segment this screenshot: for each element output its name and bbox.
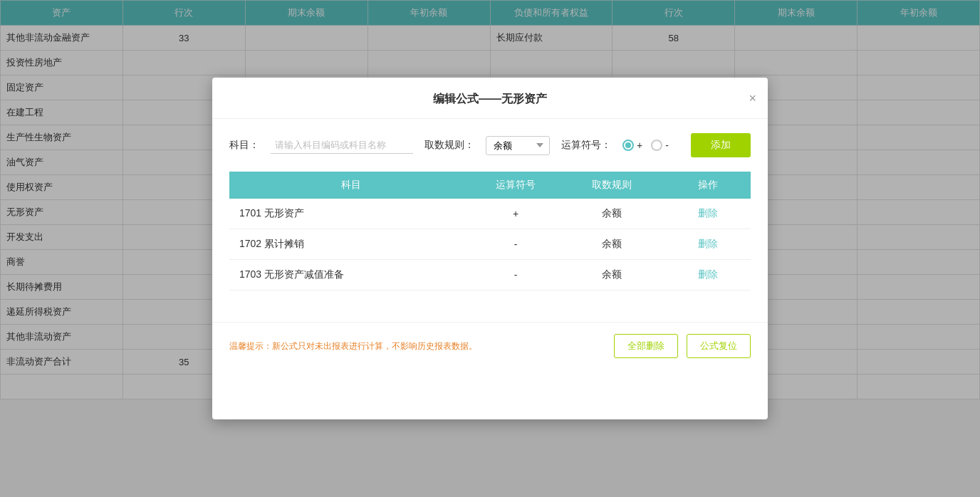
modal-close-button[interactable]: × <box>749 92 756 105</box>
operator-label: 运算符号： <box>561 139 611 152</box>
delete-link-3[interactable]: 删除 <box>698 268 718 280</box>
formula-subject-1: 1701 无形资产 <box>229 199 473 229</box>
table-header-operator: 运算符号 <box>473 172 558 199</box>
rule-select-wrap: 余额 借方 贷方 借方累计 贷方累计 <box>486 136 550 155</box>
formula-action-1: 删除 <box>665 199 751 229</box>
footer-tip: 温馨提示：新公式只对未出报表进行计算，不影响历史报表数据。 <box>229 340 477 352</box>
formula-rule-3: 余额 <box>558 260 665 291</box>
radio-minus-circle <box>651 140 662 151</box>
modal-footer: 温馨提示：新公式只对未出报表进行计算，不影响历史报表数据。 全部删除 公式复位 <box>212 322 768 370</box>
radio-plus-circle <box>622 140 634 151</box>
formula-row-1: 1701 无形资产 + 余额 删除 <box>229 199 751 229</box>
table-header-action: 操作 <box>665 172 751 199</box>
formula-table: 科目 运算符号 取数规则 操作 1701 无形资产 + 余额 删除 <box>229 172 751 291</box>
radio-minus[interactable]: - <box>651 140 669 151</box>
formula-action-3: 删除 <box>665 260 751 291</box>
modal-header: 编辑公式——无形资产 × <box>212 78 768 119</box>
delete-link-2[interactable]: 删除 <box>698 238 718 249</box>
radio-minus-label: - <box>665 140 669 151</box>
operator-radio-group: + - <box>622 140 669 151</box>
formula-rule-2: 余额 <box>558 229 665 260</box>
delete-link-1[interactable]: 删除 <box>698 207 718 219</box>
formula-operator-3: - <box>473 260 558 291</box>
modal-overlay: 编辑公式——无形资产 × 科目： 取数规则： 余额 借方 贷方 借方累计 <box>0 0 980 497</box>
footer-buttons: 全部删除 公式复位 <box>614 334 751 358</box>
reset-formula-button[interactable]: 公式复位 <box>687 334 751 358</box>
formula-operator-2: - <box>473 229 558 260</box>
formula-rule-1: 余额 <box>558 199 665 229</box>
formula-subject-3: 1703 无形资产减值准备 <box>229 260 473 291</box>
modal-title: 编辑公式——无形资产 <box>433 93 547 105</box>
modal-dialog: 编辑公式——无形资产 × 科目： 取数规则： 余额 借方 贷方 借方累计 <box>212 78 768 419</box>
delete-all-button[interactable]: 全部删除 <box>614 334 678 358</box>
radio-plus[interactable]: + <box>622 140 642 151</box>
table-header-subject: 科目 <box>229 172 473 199</box>
subject-label: 科目： <box>229 139 259 152</box>
formula-action-2: 删除 <box>665 229 751 260</box>
formula-row-2: 1702 累计摊销 - 余额 删除 <box>229 229 751 260</box>
rule-label: 取数规则： <box>424 139 474 152</box>
page-container: 资产 行次 期末余额 年初余额 负债和所有者权益 行次 期末余额 年初余额 其他… <box>0 0 980 497</box>
formula-operator-1: + <box>473 199 558 229</box>
table-header-rule: 取数规则 <box>558 172 665 199</box>
rule-select[interactable]: 余额 借方 贷方 借方累计 贷方累计 <box>486 136 550 155</box>
modal-body: 科目： 取数规则： 余额 借方 贷方 借方累计 贷方累计 运算符号： <box>212 119 768 322</box>
add-button[interactable]: 添加 <box>691 133 751 157</box>
form-row: 科目： 取数规则： 余额 借方 贷方 借方累计 贷方累计 运算符号： <box>229 133 751 157</box>
radio-plus-label: + <box>637 140 642 151</box>
subject-input[interactable] <box>271 137 413 154</box>
formula-row-3: 1703 无形资产减值准备 - 余额 删除 <box>229 260 751 291</box>
formula-subject-2: 1702 累计摊销 <box>229 229 473 260</box>
